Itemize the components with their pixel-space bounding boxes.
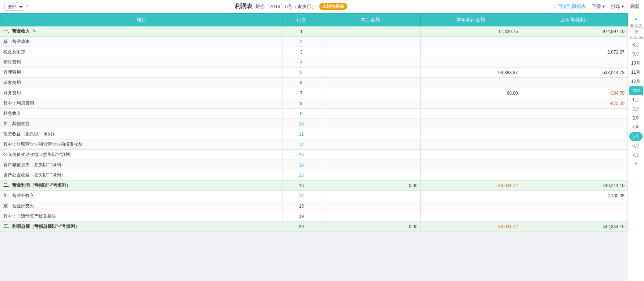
lastyear-amount-cell (521, 160, 627, 170)
row-num-cell: 6 (283, 78, 320, 88)
report-subtitle: 财会〔2019〕6号（未执行） (255, 3, 316, 10)
month-amount-cell (320, 78, 421, 88)
month-amount-cell (320, 109, 421, 119)
download-button[interactable]: 下载 ▾ (592, 3, 605, 10)
edit-icon[interactable]: ✎ (31, 29, 36, 34)
row-num-cell[interactable]: 14 (283, 160, 320, 170)
item-name-cell: 研发费用 (0, 78, 283, 88)
item-name-cell: 减：营业外支出 (0, 201, 283, 211)
chevron-down-icon: ▾ (602, 4, 605, 9)
table-row: 其中：非流动资产处置损失19 (0, 211, 628, 222)
lastyear-amount-cell (521, 211, 627, 222)
row-num-cell: 3 (283, 47, 320, 57)
lastyear-amount-cell (521, 201, 627, 211)
year-amount-cell (421, 139, 521, 150)
year-amount-cell: -83,631.12 (421, 180, 521, 191)
top-bar-right: ↓ 回退到原报表 下载 ▾ 打印 ▾ 刷新 (554, 3, 640, 10)
lastyear-amount-cell: 440,214.10 (521, 180, 627, 191)
month-btn[interactable]: 7月 (629, 150, 643, 159)
back-button[interactable]: ↓ 回退到原报表 (554, 3, 586, 10)
lastyear-amount-cell: -304.70 (521, 88, 627, 98)
lastyear-amount-cell (521, 119, 627, 129)
table-row: 减：营业成本2 (0, 37, 628, 47)
month-amount-cell: 0.00 (320, 222, 421, 232)
month-btn[interactable]: 2月 (629, 105, 643, 113)
help-icon[interactable]: ? (26, 4, 28, 9)
row-num-cell[interactable]: 15 (283, 170, 320, 180)
scroll-up-arrow[interactable]: ▲ (631, 15, 641, 23)
table-row: 减：营业外支出18 (0, 201, 628, 211)
year-amount-cell: -83,631.12 (421, 222, 521, 232)
month-amount-cell (320, 47, 421, 57)
row-num-cell: 5 (283, 67, 320, 78)
top-bar-center: 利润表 财会〔2019〕6号（未执行） 未结转损益 (235, 3, 347, 10)
table-row: 其中：利息费用8-875.20 (0, 98, 628, 109)
month-amount-cell: 0.00 (320, 180, 421, 191)
month-btn[interactable]: 10月 (629, 59, 643, 67)
col-header-row: 行次 (283, 14, 320, 26)
item-name-cell: 减：营业成本 (0, 37, 283, 47)
item-name-cell: 税金及附加 (0, 47, 283, 57)
month-buttons-container: 8月9月10月11月12月20231月2月3月4月5月6月7月 (629, 40, 643, 160)
lastyear-amount-cell (521, 37, 627, 47)
row-num-cell: 9 (283, 109, 320, 119)
month-amount-cell (320, 98, 421, 109)
select-all-wrapper[interactable]: 全部 ? (4, 3, 28, 11)
month-btn[interactable]: 3月 (629, 114, 643, 123)
scope-select[interactable]: 全部 (4, 3, 24, 11)
month-amount-cell (320, 57, 421, 67)
row-num-cell[interactable]: 12 (283, 139, 320, 150)
month-btn[interactable]: 12月 (629, 77, 643, 86)
year-amount-cell (421, 37, 521, 47)
table-row: 研发费用6 (0, 78, 628, 88)
row-num-cell: 7 (283, 88, 320, 98)
row-num-cell[interactable]: 10 (283, 119, 320, 129)
lastyear-amount-cell (521, 170, 627, 180)
row-num-cell: 18 (283, 201, 320, 211)
item-name-cell: 其中：对联营企业和合营企业的投资收益 (0, 139, 283, 150)
year-amount-cell (421, 119, 521, 129)
month-amount-cell (320, 191, 421, 201)
table-row: 管理费用594,883.87533,014.73 (0, 67, 628, 78)
year-amount-cell (421, 57, 521, 67)
month-btn[interactable]: 8月 (629, 40, 643, 49)
row-num-cell: 20 (283, 222, 320, 232)
status-badge: 未结转损益 (319, 3, 347, 10)
month-amount-cell (320, 170, 421, 180)
lastyear-amount-cell: -875.20 (521, 98, 627, 109)
table-row: 公允价值变动收益（损失以"-"填列）13 (0, 150, 628, 160)
month-amount-cell (320, 139, 421, 150)
row-num-cell: 1 (283, 26, 320, 37)
table-row: 税金及附加32,072.97 (0, 47, 628, 57)
year-amount-cell (421, 109, 521, 119)
row-num-cell[interactable]: 11 (283, 129, 320, 139)
year-amount-cell (421, 201, 521, 211)
month-btn[interactable]: 6月 (629, 141, 643, 150)
lastyear-amount-cell: 442,344.15 (521, 222, 627, 232)
refresh-button[interactable]: 刷新 (630, 3, 640, 10)
print-button[interactable]: 打印 ▾ (611, 3, 624, 10)
month-btn[interactable]: 5月 (629, 132, 643, 141)
year-amount-cell: 68.00 (421, 88, 521, 98)
month-btn[interactable]: 2023 (629, 86, 643, 95)
row-num-cell: 19 (283, 211, 320, 222)
table-row: 资产处置收益（损失以"-"填列）15 (0, 170, 628, 180)
month-btn[interactable]: 1月 (629, 95, 643, 104)
item-name-cell: 管理费用 (0, 67, 283, 78)
row-num-cell: 16 (283, 180, 320, 191)
col-header-item: 项目 (0, 14, 283, 26)
year-amount-cell (421, 150, 521, 160)
row-num-cell[interactable]: 17 (283, 191, 320, 201)
row-num-cell[interactable]: 13 (283, 150, 320, 160)
scroll-down-arrow[interactable]: ▼ (631, 160, 641, 168)
main-container: 项目 行次 本月金额 本年累计金额 上年同期累计 一、营业收入 ✎111,320… (0, 13, 644, 281)
year-amount-cell: 94,883.87 (421, 67, 521, 78)
month-btn[interactable]: 11月 (629, 68, 643, 77)
item-name-cell: 加：其他收益 (0, 119, 283, 129)
item-name-cell: 一、营业收入 ✎ (0, 26, 283, 37)
lastyear-amount-cell (521, 109, 627, 119)
lastyear-amount-cell: 533,014.73 (521, 67, 627, 78)
lastyear-amount-cell (521, 78, 627, 88)
month-btn[interactable]: 9月 (629, 50, 643, 58)
month-btn[interactable]: 4月 (629, 123, 643, 132)
